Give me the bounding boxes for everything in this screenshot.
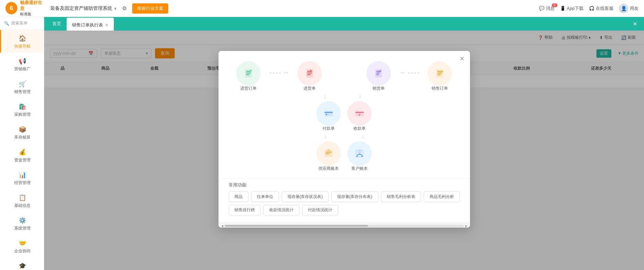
func-btn-collection-stats[interactable]: 收款情况统计 (263, 205, 299, 215)
sidebar-item-marketing[interactable]: 📢 营销推广 (0, 53, 44, 75)
func-buttons-row2: 销售排行榜 收款情况统计 付款情况统计 (229, 205, 460, 215)
common-functions-area: 常用功能 商品 往来单位 现存量(库存状况表) 现存量(库存分布表) 销售毛利分… (219, 178, 470, 222)
settings-gear-icon[interactable]: ⚙ (121, 4, 128, 13)
scroll-track[interactable] (225, 225, 464, 227)
sidebar-item-enterprise[interactable]: 🤝 企业协同 (0, 235, 44, 257)
tab-home[interactable]: 首页 (47, 17, 67, 31)
top-bar: 6 畅康通好生意 标准版 装备及固定资产辅助管理系统 ▾ ⚙ 体验行业方案 💬 … (0, 0, 644, 17)
scroll-right-icon[interactable]: ▸ (465, 223, 467, 228)
svg-rect-3 (379, 70, 381, 72)
func-btn-inventory-status[interactable]: 现存量(库存状况表) (282, 192, 329, 202)
payment-bill-icon: ¥ (316, 101, 341, 126)
func-btn-sales-ranking[interactable]: 销售排行榜 (229, 205, 261, 215)
sidebar: 🔍 搜索菜单 🏠 快捷导航 📢 营销推广 🛒 销售管理 🛍️ 采购管理 📦 (0, 17, 44, 270)
logo-icon: 6 (5, 2, 17, 14)
online-service-button[interactable]: 🎧 在线客服 (589, 5, 613, 12)
avatar: 👤 (619, 4, 628, 13)
sidebar-item-inventory[interactable]: 📦 库存核算 (0, 121, 44, 144)
sidebar-item-sales[interactable]: 🛒 销售管理 (0, 75, 44, 98)
tab-bar: 首页 销售订单执行表 ✕ ✕ (44, 17, 644, 31)
flow-node-supplier-account[interactable]: 供应商账本 (316, 141, 341, 172)
system-title: 装备及固定资产辅助管理系统 ▾ (50, 5, 117, 12)
sidebar-item-system[interactable]: ⚙️ 系统管理 (0, 212, 44, 235)
top-right-area: 💬 消息 6 📱 App下载 🎧 在线客服 👤 用友 (539, 4, 639, 13)
app-download-button[interactable]: 📱 App下载 (560, 5, 584, 12)
phone-icon: 📱 (560, 6, 565, 11)
flow-node-purchase-bill[interactable]: 进货单 (297, 61, 322, 91)
flow-node-payment-bill[interactable]: ¥ 付款单 (316, 101, 341, 131)
flow-node-receipt-bill[interactable]: ¥ 收款单 (347, 101, 372, 131)
func-btn-payment-stats[interactable]: 付款情况统计 (302, 205, 338, 215)
func-btn-product[interactable]: 商品 (229, 192, 248, 202)
page-content: ❓ 帮助 🖨 按模板打印 ▾ ⬆ 导出 🔄 刷新 (44, 31, 644, 270)
trial-button[interactable]: 体验行业方案 (132, 3, 168, 14)
user-menu[interactable]: 👤 用友 (619, 4, 639, 13)
main-layout: 🔍 搜索菜单 🏠 快捷导航 📢 营销推广 🛒 销售管理 🛍️ 采购管理 📦 (0, 17, 644, 270)
basic-info-icon: 📋 (19, 194, 26, 201)
purchase-icon: 🛍️ (19, 103, 26, 110)
sidebar-nav: 🏠 快捷导航 📢 营销推广 🛒 销售管理 🛍️ 采购管理 📦 库存核算 💰 (0, 30, 44, 270)
customer-account-icon (347, 141, 372, 166)
logo-area: 6 畅康通好生意 标准版 (5, 0, 46, 16)
tab-close-icon[interactable]: ✕ (105, 23, 108, 28)
flow-area: 进货订单 - - - - → 进货单 (219, 51, 470, 178)
func-btn-inventory-dist[interactable]: 现存量(库存分布表) (331, 192, 378, 202)
modal-close-icon[interactable]: ✕ (459, 55, 465, 62)
sidebar-item-newbie[interactable]: 🎓 新手引导 (0, 257, 44, 270)
receipt-bill-icon: ¥ (347, 101, 372, 126)
svg-text:¥: ¥ (325, 113, 327, 116)
svg-point-12 (358, 150, 361, 154)
flow-node-sales-bill[interactable]: 销货单 (366, 61, 391, 91)
modal: ✕ 进货订单 (219, 51, 470, 228)
svg-rect-11 (327, 149, 330, 151)
tab-sales-order-exec[interactable]: 销售订单执行表 ✕ (67, 18, 114, 31)
sales-order-icon (428, 61, 452, 86)
flow-node-purchase-order[interactable]: 进货订单 (236, 61, 261, 91)
system-icon: ⚙️ (19, 217, 26, 224)
scroll-thumb (225, 225, 368, 227)
purchase-order-icon (236, 61, 261, 86)
scroll-left-icon[interactable]: ◂ (221, 223, 223, 228)
enterprise-icon: 🤝 (19, 239, 26, 247)
logo-text: 畅康通好生意 标准版 (20, 0, 46, 16)
flow-node-sales-order[interactable]: 销售订单 (428, 61, 452, 91)
sidebar-item-basic-info[interactable]: 📋 基础信息 (0, 189, 44, 212)
purchase-bill-icon (297, 61, 322, 86)
flow-node-customer-account[interactable]: 客户账本 (347, 141, 372, 172)
finance-icon: 💰 (19, 148, 26, 156)
message-icon: 💬 (539, 6, 544, 11)
modal-overlay[interactable]: ✕ 进货订单 (44, 31, 644, 270)
sales-bill-icon (366, 61, 391, 86)
sidebar-item-purchase[interactable]: 🛍️ 采购管理 (0, 98, 44, 121)
svg-text:¥: ¥ (358, 113, 361, 116)
sidebar-item-quick-nav[interactable]: 🏠 快捷导航 (0, 30, 44, 53)
operations-icon: 📊 (19, 171, 26, 179)
newbie-icon: 🎓 (19, 262, 26, 270)
content-area: 首页 销售订单执行表 ✕ ✕ ❓ 帮助 🖨 按模板打印 ▾ (44, 17, 644, 270)
func-buttons-row1: 商品 往来单位 现存量(库存状况表) 现存量(库存分布表) 销售毛利分析表 商品… (229, 192, 460, 202)
marketing-icon: 📢 (19, 57, 26, 65)
home-icon: 🏠 (19, 35, 26, 42)
modal-scrollbar[interactable]: ◂ ▸ (219, 222, 470, 228)
dropdown-icon[interactable]: ▾ (114, 6, 117, 11)
sidebar-search[interactable]: 🔍 搜索菜单 (0, 17, 44, 30)
func-btn-counterparty[interactable]: 往来单位 (251, 192, 279, 202)
common-funcs-title: 常用功能 (229, 182, 460, 188)
supplier-account-icon (316, 141, 341, 166)
headset-icon: 🎧 (589, 6, 594, 11)
message-button[interactable]: 💬 消息 6 (539, 5, 555, 12)
sidebar-item-finance[interactable]: 💰 资金管理 (0, 144, 44, 166)
sidebar-item-operations[interactable]: 📊 经营管理 (0, 166, 44, 189)
search-icon: 🔍 (4, 21, 9, 26)
func-btn-product-margin[interactable]: 商品毛利分析 (424, 192, 460, 202)
inventory-icon: 📦 (19, 126, 26, 133)
func-btn-sales-margin[interactable]: 销售毛利分析表 (381, 192, 421, 202)
close-window-icon[interactable]: ✕ (629, 21, 641, 27)
sales-icon: 🛒 (19, 80, 26, 88)
